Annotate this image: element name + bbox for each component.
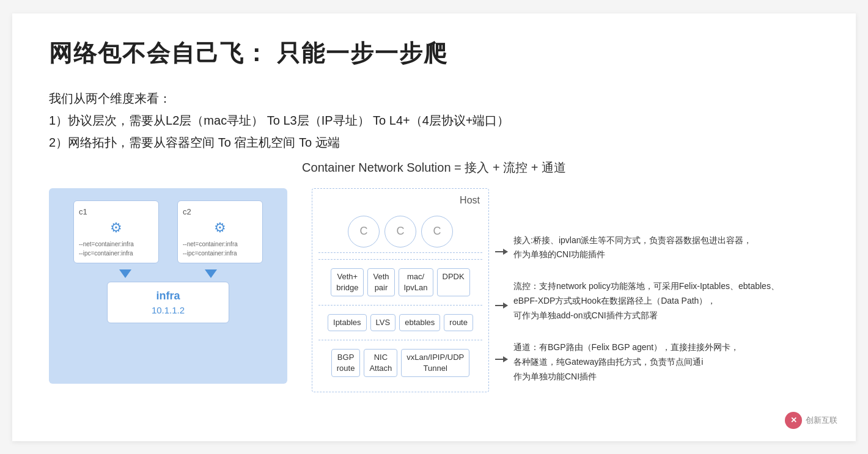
intro-line3: 2）网络拓扑，需要从容器空间 To 宿主机空间 To 远端 — [49, 131, 819, 153]
pod-c1: c1 ⚙ --net=container:infra --ipc=contain… — [73, 200, 159, 263]
watermark-icon: ✕ — [785, 412, 802, 429]
container-c1: C — [348, 216, 380, 247]
comp-bgp: BGProute — [331, 349, 361, 377]
cni-right-block: Host C C C Veth+bridge Vethpair mac/IpvL… — [312, 188, 779, 393]
infra-ip: 10.1.1.2 — [114, 305, 223, 315]
comp-lvs: LVS — [370, 314, 396, 331]
watermark-text: 创新互联 — [806, 415, 837, 426]
page-title: 网络包不会自己飞： 只能一步一步爬 — [49, 38, 819, 69]
content-area: c1 ⚙ --net=container:infra --ipc=contain… — [49, 188, 819, 393]
infra-box: infra 10.1.1.2 — [107, 282, 229, 323]
section-flow: Iptables LVS ebtables route — [318, 305, 482, 340]
descriptions: 接入:桥接、ipvlan派生等不同方式，负责容器数据包进出容器，作为单独的CNI… — [513, 188, 779, 393]
pod-c2: c2 ⚙ --net=container:infra --ipc=contain… — [177, 200, 263, 263]
comp-iptables: Iptables — [328, 314, 367, 331]
intro-block: 我们从两个维度来看： 1）协议层次，需要从L2层（mac寻址） To L3层（I… — [49, 87, 819, 153]
arrows-col — [495, 188, 507, 393]
watermark: ✕ 创新互联 — [785, 412, 837, 429]
c1-label: c1 — [79, 207, 87, 216]
arrow-down-left — [119, 269, 131, 278]
comp-row-access: Veth+bridge Vethpair mac/IpvLan DPDK — [321, 265, 480, 300]
comp-row-tunnel: BGProute NICAttach vxLan/IPIP/UDPTunnel — [321, 345, 480, 381]
container-c3: C — [421, 216, 453, 247]
container-row: C C C — [318, 211, 482, 253]
container-c2: C — [384, 216, 416, 247]
arrow-flow — [495, 305, 507, 306]
comp-mac-ipvlan: mac/IpvLan — [399, 268, 433, 296]
arrow-down-right — [205, 269, 217, 278]
comp-veth-bridge: Veth+bridge — [331, 268, 364, 296]
c2-label: c2 — [183, 207, 191, 216]
arrows-area — [61, 269, 275, 278]
arrow-access — [495, 251, 507, 252]
section-tunnel: BGProute NICAttach vxLan/IPIP/UDPTunnel — [318, 340, 482, 386]
host-label: Host — [318, 195, 482, 206]
desc-flow: 流控：支持network policy功能落地，可采用Felix-Iptable… — [513, 274, 779, 328]
comp-vxlan: vxLan/IPIP/UDPTunnel — [401, 349, 469, 377]
arrow-tunnel — [495, 359, 507, 360]
intro-line2: 1）协议层次，需要从L2层（mac寻址） To L3层（IP寻址） To L4+… — [49, 109, 819, 131]
c1-gear-icon: ⚙ — [110, 220, 122, 236]
comp-route: route — [444, 314, 473, 331]
intro-line1: 我们从两个维度来看： — [49, 87, 819, 109]
desc-tunnel: 通道：有BGP路由（Felix BGP agent），直接挂接外网卡，各种隧道，… — [513, 335, 779, 389]
formula-text: Container Network Solution = 接入 + 流控 + 通… — [49, 159, 819, 176]
pod-row: c1 ⚙ --net=container:infra --ipc=contain… — [61, 200, 275, 263]
comp-row-flow: Iptables LVS ebtables route — [321, 310, 480, 335]
comp-nic: NICAttach — [364, 349, 397, 377]
slide: 网络包不会自己飞： 只能一步一步爬 我们从两个维度来看： 1）协议层次，需要从L… — [12, 13, 856, 441]
comp-ebtables: ebtables — [399, 314, 440, 331]
left-diagram: c1 ⚙ --net=container:infra --ipc=contain… — [49, 188, 287, 384]
c2-gear-icon: ⚙ — [214, 220, 226, 236]
desc-access: 接入:桥接、ipvlan派生等不同方式，负责容器数据包进出容器，作为单独的CNI… — [513, 229, 779, 268]
c2-meta: --net=container:infra --ipc=container:in… — [183, 240, 257, 258]
comp-dpdk: DPDK — [437, 268, 470, 296]
infra-label: infra — [114, 290, 223, 302]
comp-veth-pair: Vethpair — [367, 268, 394, 296]
c1-meta: --net=container:infra --ipc=container:in… — [79, 240, 153, 258]
section-access: Veth+bridge Vethpair mac/IpvLan DPDK — [318, 259, 482, 305]
cni-box: Host C C C Veth+bridge Vethpair mac/IpvL… — [312, 188, 489, 393]
